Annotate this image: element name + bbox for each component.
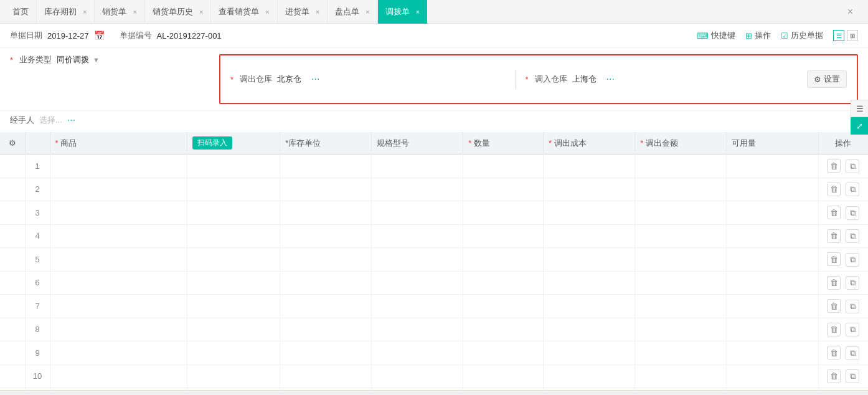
table-scroll-bar[interactable] [0,390,868,395]
copy-row-button-4[interactable]: ⧉ [846,229,859,243]
td-qty-1[interactable] [463,155,544,178]
warehouse-out-value[interactable]: 北京仓 [277,74,301,85]
td-cost-1[interactable] [544,155,635,178]
td-available-5[interactable] [727,248,818,272]
td-qty-6[interactable] [463,271,544,295]
td-amount-7[interactable] [635,295,727,318]
calendar-icon[interactable]: 📅 [94,31,105,40]
td-qty-9[interactable] [463,341,544,365]
td-product-4[interactable] [50,224,187,248]
td-available-8[interactable] [727,318,818,341]
td-amount-1[interactable] [635,155,727,178]
td-unit-5[interactable] [280,248,372,272]
delete-row-button-2[interactable]: 🗑 [827,183,841,196]
td-qty-3[interactable] [463,201,544,225]
delete-row-button-1[interactable]: 🗑 [827,159,841,173]
tab-purchase-order-close[interactable]: × [316,8,319,16]
copy-row-button-6[interactable]: ⧉ [846,276,859,290]
td-spec-10[interactable] [372,364,463,388]
shortcut-button[interactable]: ⌨ 快捷键 [697,30,735,41]
tab-home[interactable]: 首页 [5,0,37,24]
td-available-7[interactable] [727,295,818,318]
layout-list-icon[interactable]: ☰ [833,30,844,41]
td-spec-2[interactable] [372,178,463,201]
right-expand-button[interactable]: ⤢ [851,117,868,135]
td-cost-8[interactable] [544,318,635,341]
td-product-5[interactable] [50,248,187,272]
td-amount-6[interactable] [635,271,727,295]
td-qty-4[interactable] [463,224,544,248]
td-qty-10[interactable] [463,364,544,388]
td-unit-3[interactable] [280,201,372,225]
copy-row-button-5[interactable]: ⧉ [846,253,859,267]
doc-no-value[interactable]: AL-20191227-001 [157,31,222,40]
td-product-1[interactable] [50,155,187,178]
td-amount-2[interactable] [635,178,727,201]
layout-grid-icon[interactable]: ⊞ [847,30,858,41]
td-unit-6[interactable] [280,271,372,295]
settings-button[interactable]: ⚙ 设置 [807,70,847,88]
td-cost-9[interactable] [544,341,635,365]
tab-inventory-init-close[interactable]: × [83,8,87,16]
td-available-3[interactable] [727,201,818,225]
delete-row-button-10[interactable]: 🗑 [827,369,841,383]
td-product-6[interactable] [50,271,187,295]
td-product-3[interactable] [50,201,187,225]
tab-sales-order[interactable]: 销货单 × [95,0,144,24]
td-available-1[interactable] [727,155,818,178]
history-button[interactable]: ☑ 历史单据 [781,30,823,41]
td-cost-5[interactable] [544,248,635,272]
td-unit-9[interactable] [280,341,372,365]
td-cost-10[interactable] [544,364,635,388]
td-unit-10[interactable] [280,364,372,388]
tab-view-sales-close[interactable]: × [265,8,269,16]
copy-row-button-7[interactable]: ⧉ [846,300,859,313]
delete-row-button-8[interactable]: 🗑 [827,323,841,336]
scan-button[interactable]: 扫码录入 [192,136,232,150]
tab-sales-history-close[interactable]: × [199,8,203,16]
td-available-4[interactable] [727,224,818,248]
td-qty-7[interactable] [463,295,544,318]
td-amount-9[interactable] [635,341,727,365]
td-unit-8[interactable] [280,318,372,341]
ops-button[interactable]: ⊞ 操作 [745,30,771,41]
delete-row-button-6[interactable]: 🗑 [827,276,841,290]
td-spec-8[interactable] [372,318,463,341]
td-available-6[interactable] [727,271,818,295]
delete-row-button-7[interactable]: 🗑 [827,299,841,313]
warehouse-out-more-button[interactable]: ··· [311,74,319,85]
td-spec-7[interactable] [372,295,463,318]
td-amount-3[interactable] [635,201,727,225]
th-gear[interactable]: ⚙ [0,132,25,155]
td-available-9[interactable] [727,341,818,365]
window-close-button[interactable]: × [842,4,858,19]
td-qty-8[interactable] [463,318,544,341]
td-spec-1[interactable] [372,155,463,178]
td-cost-3[interactable] [544,201,635,225]
td-available-10[interactable] [727,364,818,388]
delete-row-button-9[interactable]: 🗑 [827,346,841,359]
td-product-10[interactable] [50,364,187,388]
tab-purchase-order[interactable]: 进货单 × [278,0,328,24]
td-cost-4[interactable] [544,224,635,248]
copy-row-button-1[interactable]: ⧉ [846,159,859,173]
td-cost-2[interactable] [544,178,635,201]
copy-row-button-2[interactable]: ⧉ [846,183,859,196]
td-product-2[interactable] [50,178,187,201]
td-amount-4[interactable] [635,224,727,248]
td-product-7[interactable] [50,295,187,318]
td-available-2[interactable] [727,178,818,201]
td-qty-2[interactable] [463,178,544,201]
td-product-8[interactable] [50,318,187,341]
tab-sales-history[interactable]: 销货单历史 × [145,0,211,24]
copy-row-button-8[interactable]: ⧉ [846,323,859,336]
copy-row-button-9[interactable]: ⧉ [846,346,859,360]
td-spec-9[interactable] [372,341,463,365]
td-spec-5[interactable] [372,248,463,272]
td-cost-7[interactable] [544,295,635,318]
td-unit-2[interactable] [280,178,372,201]
td-amount-8[interactable] [635,318,727,341]
copy-row-button-10[interactable]: ⧉ [846,369,859,383]
td-unit-7[interactable] [280,295,372,318]
person-select[interactable]: 选择... [39,115,62,126]
